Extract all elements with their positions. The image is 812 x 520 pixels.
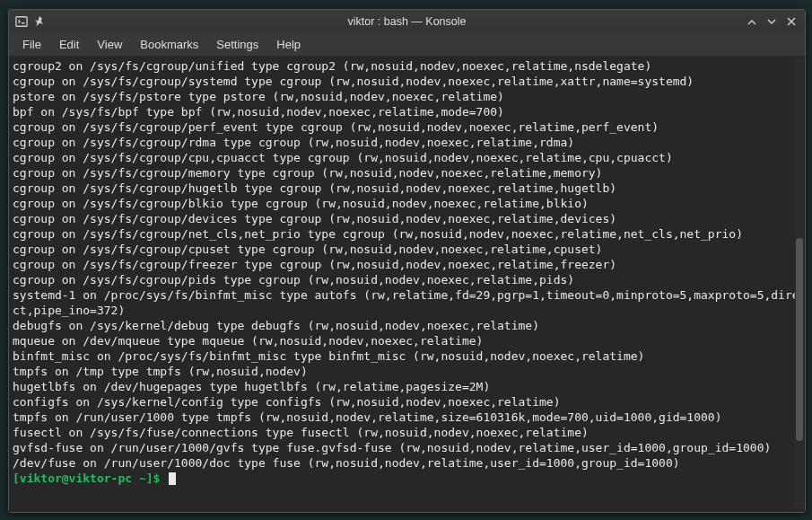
terminal-output[interactable]: cgroup2 on /sys/fs/cgroup/unified type c… <box>9 57 805 512</box>
window-title: viktor : bash — Konsole <box>9 15 805 28</box>
scrollbar[interactable] <box>795 58 804 508</box>
pin-icon[interactable] <box>32 14 47 29</box>
titlebar-left <box>9 14 47 29</box>
menu-view[interactable]: View <box>89 35 130 54</box>
svg-rect-0 <box>16 16 27 26</box>
terminal-icon <box>14 14 29 29</box>
minimize-button[interactable] <box>744 13 760 30</box>
menu-file[interactable]: File <box>14 35 49 54</box>
window-controls <box>744 13 805 30</box>
prompt-line[interactable]: [viktor@viktor-pc ~]$ <box>13 471 801 486</box>
menu-edit[interactable]: Edit <box>51 35 87 54</box>
shell-prompt: [viktor@viktor-pc ~]$ <box>13 472 167 485</box>
close-button[interactable] <box>783 13 799 30</box>
titlebar[interactable]: viktor : bash — Konsole <box>9 10 805 32</box>
cursor <box>169 472 176 485</box>
menubar: File Edit View Bookmarks Settings Help <box>9 32 805 57</box>
maximize-button[interactable] <box>764 13 780 30</box>
menu-bookmarks[interactable]: Bookmarks <box>132 35 206 54</box>
konsole-window: viktor : bash — Konsole File Edit View B… <box>8 9 806 513</box>
menu-help[interactable]: Help <box>268 35 309 54</box>
scroll-thumb[interactable] <box>796 238 803 440</box>
menu-settings[interactable]: Settings <box>208 35 266 54</box>
